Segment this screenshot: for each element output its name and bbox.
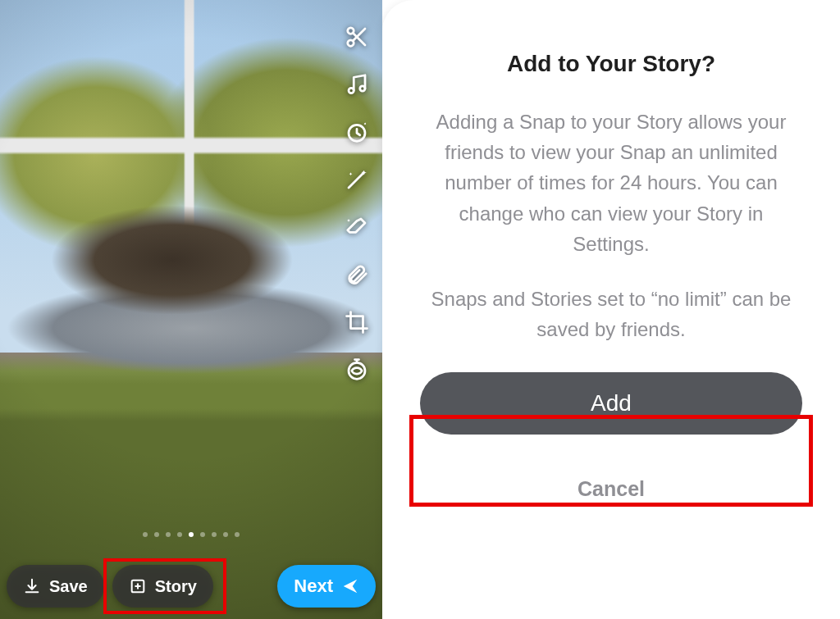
timer-lens-icon[interactable] xyxy=(343,118,371,146)
snap-editor-panel: Save Story Next xyxy=(0,0,382,619)
dialog-body: Adding a Snap to your Story allows your … xyxy=(418,107,804,344)
add-to-story-dialog: Add to Your Story? Adding a Snap to your… xyxy=(382,0,840,619)
eraser-sparkle-icon[interactable] xyxy=(343,213,371,241)
timer-loop-icon[interactable] xyxy=(343,356,371,384)
send-arrow-icon xyxy=(341,577,359,595)
download-icon xyxy=(23,577,41,595)
cancel-button[interactable]: Cancel xyxy=(413,477,809,501)
story-button[interactable]: Story xyxy=(112,565,213,608)
save-label: Save xyxy=(49,577,88,596)
dialog-paragraph-1: Adding a Snap to your Story allows your … xyxy=(418,107,804,259)
page-dots xyxy=(143,532,240,537)
snap-photo xyxy=(0,0,382,619)
magic-wand-icon[interactable] xyxy=(343,166,371,193)
bottom-action-bar: Save Story Next xyxy=(0,565,382,608)
crop-icon[interactable] xyxy=(343,308,371,336)
story-label: Story xyxy=(155,577,197,596)
scissors-icon[interactable] xyxy=(343,23,371,51)
dialog-title: Add to Your Story? xyxy=(413,51,809,77)
next-button[interactable]: Next xyxy=(277,565,376,608)
music-icon[interactable] xyxy=(343,71,371,98)
cancel-label: Cancel xyxy=(578,477,645,500)
add-button[interactable]: Add xyxy=(420,372,802,435)
svg-point-5 xyxy=(360,86,365,91)
edit-tool-rail xyxy=(343,23,371,384)
paperclip-icon[interactable] xyxy=(343,261,371,289)
dialog-paragraph-2: Snaps and Stories set to “no limit” can … xyxy=(418,284,804,344)
save-button[interactable]: Save xyxy=(7,565,104,608)
next-label: Next xyxy=(294,576,333,597)
svg-point-4 xyxy=(349,88,354,93)
add-label: Add xyxy=(591,390,632,416)
story-add-icon xyxy=(129,577,147,595)
